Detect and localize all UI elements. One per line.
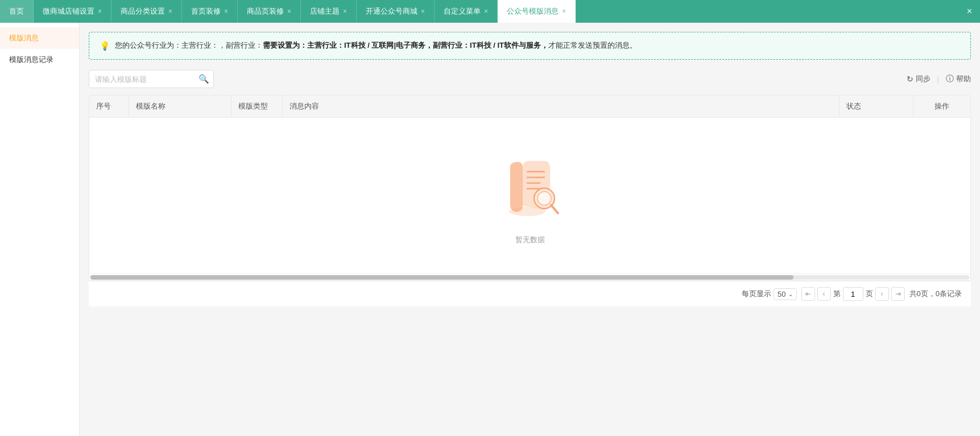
- search-icon[interactable]: 🔍: [199, 74, 209, 84]
- tab-weishop[interactable]: 微商城店铺设置 ×: [34, 0, 111, 23]
- empty-text: 暂无数据: [515, 235, 545, 245]
- empty-illustration: [493, 152, 567, 226]
- scrollbar-track: [90, 275, 969, 280]
- sync-icon: ↻: [907, 74, 913, 84]
- tab-mall-close[interactable]: ×: [421, 8, 425, 15]
- search-input[interactable]: [89, 70, 214, 88]
- tab-category-close[interactable]: ×: [168, 8, 172, 15]
- tab-category-label: 商品分类设置: [121, 6, 165, 16]
- col-header-name: 模版名称: [129, 95, 231, 117]
- col-header-content: 消息内容: [283, 95, 840, 117]
- tab-homepage-close[interactable]: ×: [224, 8, 228, 15]
- svg-line-7: [551, 205, 558, 213]
- tab-product-label: 商品页装修: [247, 6, 284, 16]
- help-icon: ⓘ: [946, 74, 954, 84]
- total-label: 共0页，0条记录: [909, 289, 962, 299]
- page-size-selector: 每页显示 50 ⌄: [742, 288, 796, 300]
- col-header-seq: 序号: [89, 95, 129, 117]
- sidebar-item-template-msg[interactable]: 模版消息: [0, 27, 79, 49]
- search-input-wrap: 🔍: [89, 70, 214, 88]
- sidebar: 模版消息 模版消息记录: [0, 23, 80, 436]
- tab-home[interactable]: 首页: [0, 0, 34, 23]
- page-size-value: 50: [778, 290, 785, 298]
- next-page-button[interactable]: ›: [875, 287, 889, 301]
- tab-weishop-close[interactable]: ×: [98, 8, 102, 15]
- data-table: 序号 模版名称 模版类型 消息内容 状态 操作: [89, 95, 971, 281]
- notice-suffix: 才能正常发送预置的消息。: [548, 41, 637, 49]
- tab-menu[interactable]: 自定义菜单 ×: [435, 0, 498, 23]
- empty-state: 暂无数据: [89, 118, 970, 273]
- bulb-icon: 💡: [100, 41, 110, 51]
- toolbar-divider: |: [937, 75, 939, 84]
- tab-menu-label: 自定义菜单: [444, 6, 481, 16]
- tab-homepage[interactable]: 首页装修 ×: [182, 0, 238, 23]
- main-layout: 模版消息 模版消息记录 💡 您的公众号行业为：主营行业：，副营行业：需要设置为：…: [0, 23, 980, 436]
- page-number-input[interactable]: [843, 287, 863, 301]
- tab-homepage-label: 首页装修: [191, 6, 221, 16]
- tab-template[interactable]: 公众号模版消息 ×: [498, 0, 576, 23]
- pagination-row: 每页显示 50 ⌄ ⇤ ‹ 第 页 › ⇥ 共0页，0条记录: [89, 281, 971, 306]
- page-size-select-box[interactable]: 50 ⌄: [774, 288, 796, 300]
- main-content: 💡 您的公众号行业为：主营行业：，副营行业：需要设置为：主营行业：IT科技 / …: [80, 23, 980, 436]
- tab-theme-label: 店铺主题: [310, 6, 340, 16]
- scrollbar-thumb: [90, 275, 793, 280]
- page-nav: ⇤ ‹ 第 页 › ⇥: [801, 287, 905, 301]
- tab-template-close[interactable]: ×: [562, 8, 566, 15]
- table-header: 序号 模版名称 模版类型 消息内容 状态 操作: [89, 95, 970, 118]
- page-label: 第: [833, 289, 841, 299]
- tab-mall[interactable]: 开通公众号商城 ×: [357, 0, 435, 23]
- horizontal-scrollbar[interactable]: [89, 273, 970, 280]
- tab-menu-close[interactable]: ×: [484, 8, 488, 15]
- notice-prefix: 您的公众号行业为：主营行业：，副营行业：: [115, 41, 263, 49]
- tab-template-label: 公众号模版消息: [507, 6, 559, 16]
- toolbar-right: ↻ 同步 | ⓘ 帮助: [907, 74, 971, 84]
- sidebar-item-template-msg-record-label: 模版消息记录: [9, 55, 53, 64]
- tab-bar: 首页 微商城店铺设置 × 商品分类设置 × 首页装修 × 商品页装修 × 店铺主…: [0, 0, 980, 23]
- close-all-button[interactable]: ×: [959, 0, 980, 23]
- chevron-down-icon: ⌄: [788, 291, 793, 297]
- prev-page-button[interactable]: ‹: [817, 287, 831, 301]
- col-header-status: 状态: [840, 95, 913, 117]
- help-button[interactable]: ⓘ 帮助: [946, 74, 971, 84]
- tab-product-close[interactable]: ×: [287, 8, 291, 15]
- svg-point-6: [537, 192, 551, 205]
- col-header-action: 操作: [913, 95, 970, 117]
- tab-category[interactable]: 商品分类设置 ×: [111, 0, 182, 23]
- sidebar-item-template-msg-record[interactable]: 模版消息记录: [0, 49, 79, 70]
- tab-home-label: 首页: [9, 6, 24, 16]
- sync-button[interactable]: ↻ 同步: [907, 74, 931, 84]
- page-unit-label: 页: [866, 289, 873, 299]
- tab-weishop-label: 微商城店铺设置: [43, 6, 94, 16]
- notice-box: 💡 您的公众号行业为：主营行业：，副营行业：需要设置为：主营行业：IT科技 / …: [89, 32, 971, 60]
- svg-point-8: [540, 194, 543, 197]
- tab-mall-label: 开通公众号商城: [366, 6, 417, 16]
- last-page-button[interactable]: ⇥: [891, 287, 905, 301]
- sync-label: 同步: [916, 74, 931, 84]
- first-page-button[interactable]: ⇤: [801, 287, 815, 301]
- col-header-type: 模版类型: [231, 95, 283, 117]
- sidebar-item-template-msg-label: 模版消息: [9, 34, 39, 42]
- help-label: 帮助: [956, 74, 971, 84]
- tab-theme-close[interactable]: ×: [343, 8, 347, 15]
- notice-highlight: 需要设置为：主营行业：IT科技 / 互联网|电子商务，副营行业：IT科技 / I…: [263, 41, 548, 49]
- tab-theme[interactable]: 店铺主题 ×: [301, 0, 357, 23]
- tab-product[interactable]: 商品页装修 ×: [238, 0, 301, 23]
- search-row: 🔍 ↻ 同步 | ⓘ 帮助: [89, 70, 971, 88]
- empty-svg: [493, 152, 567, 226]
- notice-text: 您的公众号行业为：主营行业：，副营行业：需要设置为：主营行业：IT科技 / 互联…: [115, 40, 637, 51]
- page-size-label: 每页显示: [742, 289, 771, 299]
